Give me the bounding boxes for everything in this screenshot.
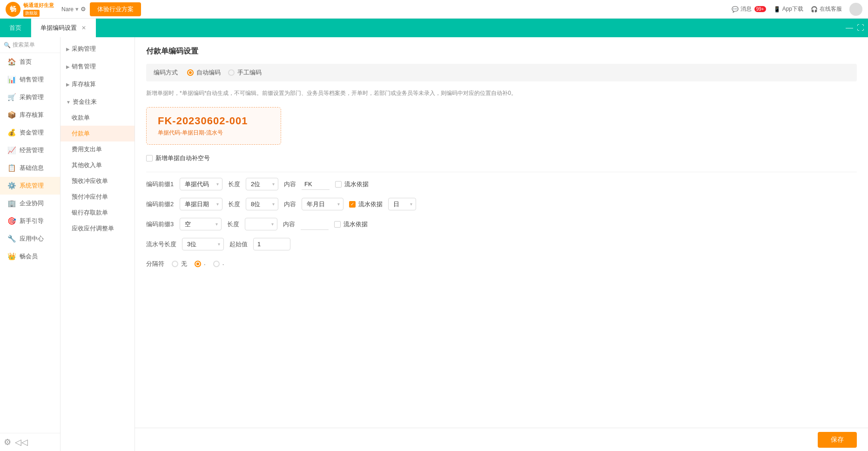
serial-checkbox-3[interactable]: 流水依据 xyxy=(334,220,368,229)
sidebar-item-basics[interactable]: 📋 基础信息 xyxy=(0,159,60,177)
basics-icon: 📋 xyxy=(7,164,16,172)
sidebar-item-sales[interactable]: 📊 销售管理 xyxy=(0,71,60,88)
sub-group-header-purchase[interactable]: ▶ 采购管理 xyxy=(61,41,135,57)
length-select-2[interactable]: 8位 xyxy=(246,198,278,210)
headset-icon: 🎧 xyxy=(811,6,818,13)
content-input-3[interactable] xyxy=(301,219,329,230)
sub-item-other-income[interactable]: 其他收入单 xyxy=(61,157,135,173)
length-select-1[interactable]: 2位 xyxy=(246,178,278,190)
sidebar-item-finance[interactable]: 💰 资金管理 xyxy=(0,124,60,141)
page-title: 付款单编码设置 xyxy=(146,47,857,56)
serial-checkbox-unchecked-1 xyxy=(335,181,342,188)
inventory-icon: 📦 xyxy=(7,111,16,119)
collapse-icon[interactable]: ◁◁ xyxy=(15,437,28,447)
prefix-label-3: 编码前缀3 xyxy=(146,220,174,229)
serial-checkbox-checked-2: ✓ xyxy=(349,201,356,208)
sep-radio-dot[interactable]: · xyxy=(195,261,206,268)
arrow-right-icon-2: ▶ xyxy=(66,64,70,69)
minimize-icon[interactable]: — xyxy=(846,24,853,32)
sub-item-prepay-payable[interactable]: 预付冲应付单 xyxy=(61,189,135,205)
sub-item-expense[interactable]: 费用支出单 xyxy=(61,141,135,157)
settings-icon[interactable]: ⚙ xyxy=(81,6,86,13)
sidebar-item-appcenter[interactable]: 🔧 应用中心 xyxy=(0,230,60,248)
sidebar-item-member[interactable]: 👑 畅会员 xyxy=(0,248,60,265)
search-menu[interactable]: 🔍 搜索菜单 xyxy=(0,37,60,53)
user-avatar[interactable] xyxy=(849,3,862,16)
sidebar-nav: 🏠 首页 📊 销售管理 🛒 采购管理 📦 库存核算 💰 资金管理 📈 经营管理 … xyxy=(0,53,60,433)
tab-home[interactable]: 首页 xyxy=(0,19,31,37)
sidebar-item-enterprise[interactable]: 🏢 企业协同 xyxy=(0,195,60,212)
arrow-right-icon-3: ▶ xyxy=(66,82,70,87)
sub-item-payment[interactable]: 付款单 xyxy=(61,126,135,141)
prefix-select-1[interactable]: 单据代码 xyxy=(180,178,222,190)
start-value-label: 起始值 xyxy=(229,240,248,249)
experience-button[interactable]: 体验行业方案 xyxy=(90,2,141,16)
example-desc: 单据代码-单据日期-流水号 xyxy=(158,129,269,137)
sub-item-receipt[interactable]: 收款单 xyxy=(61,110,135,126)
tab-encoding-settings[interactable]: 单据编码设置 ✕ xyxy=(31,19,96,37)
sidebar-item-system[interactable]: ⚙️ 系统管理 xyxy=(0,177,60,195)
sub-item-adjustment[interactable]: 应收应付调整单 xyxy=(61,221,135,236)
length-select-3[interactable] xyxy=(245,218,277,230)
sub-group-header-capital[interactable]: ▼ 资金往来 xyxy=(61,94,135,110)
sep-radio-dash[interactable]: · xyxy=(213,261,224,268)
serial-checkbox-unchecked-3 xyxy=(334,221,341,228)
sidebar-item-guide[interactable]: 🎯 新手引导 xyxy=(0,212,60,230)
online-service-item[interactable]: 🎧 在线客服 xyxy=(811,5,842,13)
length-label-1: 长度 xyxy=(228,180,240,188)
serial-length-select[interactable]: 3位 xyxy=(182,238,224,250)
maximize-icon[interactable]: ⛶ xyxy=(857,24,864,32)
sub-group-capital: ▼ 资金往来 收款单 付款单 费用支出单 其他收入单 预收冲应收单 预付冲应付单… xyxy=(61,94,135,236)
top-bar-nav: Nare ▾ ⚙ xyxy=(61,6,86,13)
app-download-item[interactable]: 📱 App下载 xyxy=(774,5,803,13)
serial-checkbox-2[interactable]: ✓ 流水依据 xyxy=(349,200,383,209)
prefix-select-3[interactable]: 空 xyxy=(180,218,222,230)
period-select-wrap: 日 ▾ xyxy=(388,198,416,210)
sidebar-item-purchase[interactable]: 🛒 采购管理 xyxy=(0,88,60,106)
sidebar: 🔍 搜索菜单 🏠 首页 📊 销售管理 🛒 采购管理 📦 库存核算 💰 资金管理 … xyxy=(0,37,61,451)
enterprise-icon: 🏢 xyxy=(7,199,16,208)
period-select[interactable]: 日 xyxy=(388,198,416,210)
sub-sidebar: ▶ 采购管理 ▶ 销售管理 ▶ 库存核算 ▼ 资金往来 收款单 付款单 费用支出… xyxy=(61,37,135,451)
example-code: FK-20230602-001 xyxy=(158,115,269,127)
nav-dropdown-arrow[interactable]: ▾ xyxy=(75,6,79,13)
tab-close-icon[interactable]: ✕ xyxy=(81,25,86,31)
serial-checkbox-1[interactable]: 流水依据 xyxy=(335,180,369,188)
purchase-icon: 🛒 xyxy=(7,93,16,101)
start-value-input[interactable] xyxy=(253,238,290,250)
sub-item-prepay-receivable[interactable]: 预收冲应收单 xyxy=(61,173,135,189)
message-item[interactable]: 💬 消息 99+ xyxy=(732,5,766,13)
length-label-2: 长度 xyxy=(228,200,240,209)
sub-group-header-inventory[interactable]: ▶ 库存核算 xyxy=(61,76,135,92)
arrow-down-icon: ▼ xyxy=(66,100,71,105)
content-label-1: 内容 xyxy=(284,180,296,188)
radio-auto-code[interactable]: 自动编码 xyxy=(187,68,221,77)
finance-icon: 💰 xyxy=(7,128,16,137)
length-label-3: 长度 xyxy=(227,220,239,229)
save-button[interactable]: 保存 xyxy=(818,432,857,448)
search-icon: 🔍 xyxy=(4,42,11,48)
separator-label: 分隔符 xyxy=(146,260,164,268)
radio-auto-checked xyxy=(187,69,194,76)
sidebar-item-operations[interactable]: 📈 经营管理 xyxy=(0,141,60,159)
sep-radio-none[interactable]: 无 xyxy=(172,260,187,268)
appcenter-icon: 🔧 xyxy=(7,235,16,243)
top-bar-left: 畅 畅通道好生意 旗舰版 Nare ▾ ⚙ 体验行业方案 xyxy=(6,2,141,17)
sidebar-item-inventory[interactable]: 📦 库存核算 xyxy=(0,106,60,124)
settings-bottom-icon[interactable]: ⚙ xyxy=(4,437,11,447)
logo: 畅 畅通道好生意 旗舰版 xyxy=(6,2,54,17)
radio-manual-code[interactable]: 手工编码 xyxy=(228,68,262,77)
content-label-3: 内容 xyxy=(283,220,295,229)
sub-item-bank[interactable]: 银行存取款单 xyxy=(61,205,135,221)
top-bar: 畅 畅通道好生意 旗舰版 Nare ▾ ⚙ 体验行业方案 💬 消息 99+ 📱 … xyxy=(0,0,868,19)
content-input-1[interactable] xyxy=(302,179,330,190)
sidebar-item-home[interactable]: 🏠 首页 xyxy=(0,53,60,71)
prefix-select-2[interactable]: 单据日期 xyxy=(180,198,222,210)
content-select-2[interactable]: 年月日 xyxy=(302,198,343,210)
sub-group-header-sales[interactable]: ▶ 销售管理 xyxy=(61,59,135,74)
coding-radio-group: 自动编码 手工编码 xyxy=(187,68,262,77)
config-row-3: 编码前缀3 空 ▾ 长度 ▾ 内容 流水依据 xyxy=(146,218,857,230)
auto-fill-checkbox[interactable]: 新增单据自动补空号 xyxy=(146,154,210,162)
serial-length-select-wrap: 3位 ▾ xyxy=(182,238,224,250)
company-name: Nare xyxy=(61,6,74,13)
